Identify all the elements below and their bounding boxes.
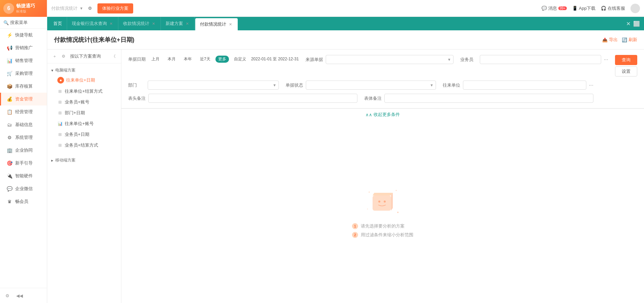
header-dropdown-arrow[interactable]: ▾ <box>80 6 83 11</box>
header-gear-btn[interactable]: ⚙ <box>85 4 95 13</box>
scheme-item-dept-date[interactable]: ⊞ 部门+日期 <box>47 108 121 118</box>
scheme-item-unit-account[interactable]: 📊 往来单位+账号 <box>47 118 121 129</box>
scheme-item-unit-date[interactable]: ● 往来单位+日期 <box>47 74 121 86</box>
date-btn-7days[interactable]: 近7天 <box>197 55 213 63</box>
body-remark-input[interactable] <box>384 94 593 103</box>
tab-new-scheme-close[interactable]: ✕ <box>185 21 189 27</box>
user-avatar[interactable] <box>631 4 640 13</box>
collapse-scheme-icon[interactable]: 《 <box>110 53 117 60</box>
page-title: 付款情况统计(往来单位+日期) <box>54 36 135 44</box>
sidebar-item-operations[interactable]: 📋 经营管理 <box>0 105 47 118</box>
message-label: 消息 <box>548 5 557 11</box>
app-download-label: App下载 <box>579 5 595 11</box>
sidebar-item-basic-info[interactable]: 🗂 基础信息 <box>0 118 47 131</box>
message-btn[interactable]: 💬 消息 99+ <box>541 5 567 11</box>
tab-bank-flow-close[interactable]: ✕ <box>109 21 113 27</box>
body-remark-field: 表体备注 <box>364 94 593 103</box>
tab-bar-actions: ✕ ⬜ <box>623 21 643 27</box>
add-scheme-icon[interactable]: ＋ <box>51 53 58 60</box>
source-select[interactable]: ▾ <box>326 55 453 64</box>
online-service-label: 在线客服 <box>608 5 625 11</box>
svg-point-0 <box>369 191 370 193</box>
export-btn[interactable]: 📤 导出 <box>602 37 618 43</box>
desktop-section: ▾ 电脑端方案 ● 往来单位+日期 ⊞ 往来单位+结算方式 ⊞ <box>47 63 121 153</box>
logo-sub: 标准版 <box>16 9 35 14</box>
empty-state: 1 请先选择要分析的方案 2 用过滤条件来缩小分析范围 <box>121 120 644 303</box>
scheme-item-staff-settle[interactable]: ⊞ 业务员+结算方式 <box>47 140 121 151</box>
sidebar-item-weixin[interactable]: 💬 企业微信 <box>0 182 47 195</box>
date-btn-custom[interactable]: 自定义 <box>231 55 249 63</box>
voucher-status-select[interactable]: ▾ <box>306 81 436 90</box>
date-range-text: 2022-01-01 至 2022-12-31 <box>251 56 299 62</box>
scheme-header-title: 按以下方案查询 <box>70 53 101 59</box>
sidebar-item-purchase[interactable]: 🛒 采购管理 <box>0 67 47 80</box>
sidebar-item-enterprise[interactable]: 🏢 企业协同 <box>0 144 47 157</box>
sidebar-item-capital[interactable]: 💰 资金管理 <box>0 93 47 105</box>
tab-receipt-close[interactable]: ✕ <box>151 21 156 27</box>
sidebar-item-inventory[interactable]: 📦 库存核算 <box>0 80 47 93</box>
tab-new-scheme[interactable]: 新建方案 ✕ <box>161 17 195 30</box>
sidebar-item-system[interactable]: ⚙ 系统管理 <box>0 131 47 144</box>
date-btn-this-year[interactable]: 本年 <box>181 55 195 63</box>
partner-field: 往来单位 ··· <box>443 81 593 90</box>
sidebar-item-label: 快捷导航 <box>15 32 33 38</box>
query-btn[interactable]: 查询 <box>615 55 637 65</box>
scheme-item-staff-date[interactable]: ⊞ 业务员+日期 <box>47 129 121 140</box>
sidebar-item-vip[interactable]: ♛ 畅会员 <box>0 195 47 208</box>
tab-receipt-stats-label: 收款情况统计 <box>123 21 149 27</box>
scheme-item-unit-settle[interactable]: ⊞ 往来单位+结算方式 <box>47 86 121 97</box>
date-btn-this-month[interactable]: 本月 <box>165 55 179 63</box>
staff-input[interactable] <box>480 55 601 64</box>
quick-nav-icon: ⚡ <box>6 32 12 38</box>
collapse-sidebar-btn[interactable]: ◀◀ <box>15 291 24 300</box>
mobile-section-title[interactable]: ▸ 移动端方案 <box>47 156 121 164</box>
chart-icon: 📊 <box>57 121 63 126</box>
tab-payment-close[interactable]: ✕ <box>228 22 233 27</box>
online-service-btn[interactable]: 🎧 在线客服 <box>601 5 625 11</box>
main-content: ＋ ⚙ 按以下方案查询 《 ▾ 电脑端方案 ● 往来单位+日期 <box>47 50 644 303</box>
staff-dots[interactable]: ··· <box>604 57 608 63</box>
vip-icon: ♛ <box>6 199 12 205</box>
sidebar-item-sales[interactable]: 📊 销售管理 <box>0 54 47 67</box>
search-menu[interactable]: 🔍 搜索菜单 <box>0 17 47 29</box>
page-header-actions: 📤 导出 🔄 刷新 <box>602 37 637 43</box>
sidebar-item-quick-nav[interactable]: ⚡ 快捷导航 <box>0 29 47 41</box>
scheme-item-label: 业务员+账号 <box>65 99 89 105</box>
empty-hint-2: 2 用过滤条件来缩小分析范围 <box>352 232 413 238</box>
sidebar-item-hardware[interactable]: 🔌 智能硬件 <box>0 170 47 182</box>
collapse-label: 收起更多条件 <box>374 112 400 118</box>
settings-bottom-btn[interactable]: ⚙ <box>3 291 12 300</box>
tab-home[interactable]: 首页 <box>49 17 67 30</box>
date-label: 单据日期 <box>128 56 146 62</box>
maximize-btn[interactable]: ⬜ <box>633 21 640 27</box>
partner-input[interactable] <box>463 81 586 90</box>
sidebar-item-marketing[interactable]: 📢 营销推广 <box>0 41 47 54</box>
tab-payment-stats[interactable]: 付款情况统计 ✕ <box>195 18 238 30</box>
filter-settings-btn[interactable]: 设置 <box>615 66 637 77</box>
staff-field: 业务员 ··· <box>460 55 608 64</box>
date-more-btn[interactable]: 更多 <box>215 56 229 63</box>
scheme-item-staff-account[interactable]: ⊞ 业务员+账号 <box>47 97 121 108</box>
desktop-section-title[interactable]: ▾ 电脑端方案 <box>47 66 121 74</box>
enterprise-icon: 🏢 <box>6 147 12 153</box>
collapse-more-btn[interactable]: ∧∧ 收起更多条件 <box>365 112 400 118</box>
tab-bank-flow[interactable]: 现金银行流水查询 ✕ <box>67 17 118 30</box>
refresh-btn[interactable]: 🔄 刷新 <box>622 37 637 43</box>
empty-hint-1-text: 请先选择要分析的方案 <box>361 223 405 229</box>
scheme-settings-icon[interactable]: ⚙ <box>60 53 67 60</box>
tab-receipt-stats[interactable]: 收款情况统计 ✕ <box>118 17 161 30</box>
empty-cube-svg <box>362 185 403 219</box>
date-range-value: 2022-01-01 至 2022-12-31 <box>251 56 299 62</box>
date-btn-last-month[interactable]: 上月 <box>148 55 163 63</box>
sidebar-item-guide[interactable]: 🎯 新手引导 <box>0 157 47 170</box>
dept-select[interactable]: ▾ <box>148 81 279 90</box>
purchase-icon: 🛒 <box>6 70 12 77</box>
close-tab-btn[interactable]: ✕ <box>626 21 631 27</box>
svg-rect-4 <box>373 195 391 211</box>
header-remark-input[interactable] <box>148 94 357 103</box>
trial-industry-btn[interactable]: 体验行业方案 <box>97 3 133 13</box>
app-download-btn[interactable]: 📱 App下载 <box>572 5 595 11</box>
partner-dots[interactable]: ··· <box>589 82 593 88</box>
sidebar-item-label: 企业协同 <box>15 147 33 153</box>
header-remark-label: 表头备注 <box>128 95 146 101</box>
